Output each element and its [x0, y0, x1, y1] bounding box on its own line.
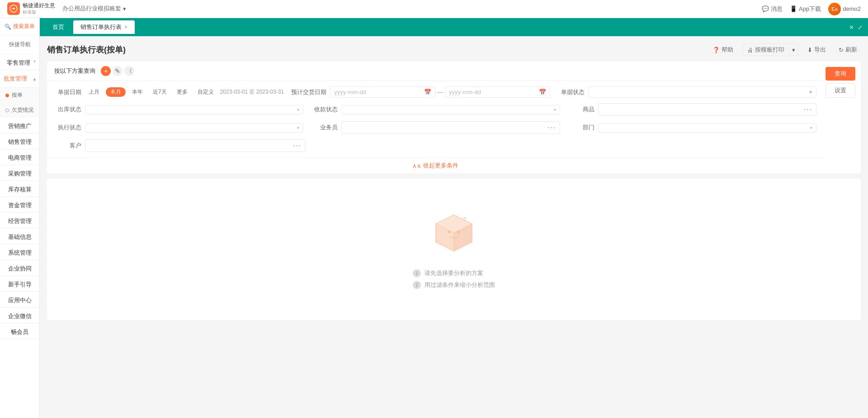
print-icon: 🖨	[747, 47, 753, 53]
wholesale-label: 批发管理	[4, 75, 27, 83]
query-btn[interactable]: 查询	[826, 67, 855, 81]
empty-step-2: 2 用过滤条件来缩小分析范围	[413, 281, 495, 289]
collapse-more-label: 收起更多条件	[423, 162, 458, 170]
date-tab-thismonth[interactable]: 本月	[106, 87, 126, 97]
user-menu[interactable]: Ea demo2	[828, 3, 861, 15]
sidebar-sub-item-order[interactable]: 按单	[0, 88, 39, 103]
step-2-num: 2	[413, 281, 421, 289]
sidebar-item-enterprise[interactable]: 企业协同	[0, 260, 39, 276]
refresh-icon: ↻	[839, 47, 844, 53]
filter-content: 按以下方案查询 + ✎ 《	[47, 62, 861, 173]
date-tab-lastmonth[interactable]: 上月	[85, 87, 103, 97]
dept-label: 部门	[567, 124, 594, 132]
date-tab-7days[interactable]: 近7天	[149, 87, 170, 97]
date-label: 单据日期	[54, 88, 81, 96]
payment-select[interactable]: ▾	[341, 105, 560, 114]
scheme-edit-btn[interactable]: ✎	[113, 66, 123, 76]
scheme-add-btn[interactable]: +	[101, 66, 111, 76]
sidebar-item-purchase[interactable]: 采购管理	[0, 165, 39, 181]
date-end-placeholder: yyyy-mm-dd	[449, 89, 481, 95]
status-select[interactable]: ▾	[588, 86, 816, 98]
tab-sales-exec[interactable]: 销售订单执行表 ×	[73, 20, 135, 34]
tab-home[interactable]: 首页	[45, 20, 71, 34]
print-main[interactable]: 🖨 按模板打印	[743, 44, 789, 56]
help-btn[interactable]: ❓ 帮助	[709, 44, 737, 56]
order-label: 按单	[12, 91, 23, 99]
page-header: 销售订单执行表(按单) ❓ 帮助 🖨 按模板打印 ▾ ⬇	[47, 43, 861, 56]
sidebar-item-basic[interactable]: 基础信息	[0, 228, 39, 244]
sidebar-sub-item-debt[interactable]: 欠货情况	[0, 103, 39, 118]
sidebar-item-ecommerce[interactable]: 电商管理	[0, 149, 39, 165]
sidebar-item-apps[interactable]: 应用中心	[0, 292, 39, 308]
window-close-btn[interactable]: ✕	[849, 24, 854, 31]
customer-input[interactable]: ···	[85, 139, 306, 152]
date-tab-more[interactable]: 更多	[173, 87, 191, 97]
logo-text: 畅捷通好生意	[23, 2, 55, 9]
delivery-chevron-icon: ▾	[297, 107, 299, 112]
filter-row-3: 执行状态 ▾ 业务员	[54, 121, 816, 134]
query-settings-col: 查询 设置	[824, 62, 861, 173]
sidebar-item-quicknav[interactable]: 快捷导航	[0, 35, 39, 54]
exec-select[interactable]: ▾	[85, 123, 303, 133]
step-1-text: 请先选择要分析的方案	[425, 269, 483, 277]
sidebar-item-finance[interactable]: 资金管理	[0, 197, 39, 213]
date-start-input[interactable]: yyyy-mm-dd 📅	[330, 86, 435, 98]
sidebar-item-operation[interactable]: 经营管理	[0, 213, 39, 228]
filter-salesman: 业务员 ···	[311, 121, 560, 134]
goods-label: 商品	[567, 105, 594, 114]
dept-select[interactable]: ▾	[598, 123, 816, 133]
active-tab-label: 销售订单执行表	[80, 23, 122, 31]
delivery-select[interactable]: ▾	[85, 105, 303, 114]
sidebar-item-newbie[interactable]: 新手引导	[0, 276, 39, 292]
refresh-label: 刷新	[845, 46, 857, 54]
sidebar-item-system[interactable]: 系统管理	[0, 244, 39, 260]
salesman-input[interactable]: ···	[341, 121, 560, 134]
sidebar-item-sales[interactable]: 销售管理	[0, 133, 39, 149]
sidebar-sub-wholesale: 按单 欠货情况	[0, 88, 39, 118]
date-tab-thisyear[interactable]: 本年	[128, 87, 146, 97]
empty-state: ? 1 请先选择要分析的方案 2 用过滤条件来缩小分析范围	[47, 179, 861, 320]
date-tab-custom[interactable]: 自定义	[194, 87, 217, 97]
logo-icon	[7, 2, 20, 15]
window-max-btn[interactable]: ⤢	[858, 24, 863, 31]
print-arrow-icon[interactable]: ▾	[789, 45, 798, 55]
sidebar-item-search[interactable]: 🔍 搜索菜单	[0, 18, 39, 35]
refresh-btn[interactable]: ↻ 刷新	[835, 44, 861, 56]
sidebar-item-retail[interactable]: 零售管理 ▾	[0, 54, 39, 70]
sidebar-item-wholesale[interactable]: 批发管理 ▴	[0, 70, 39, 88]
filter-body: 单据日期 上月 本月 本年 近7天 更多 自定义 2023-03-01 至 20…	[47, 81, 824, 157]
exec-chevron-icon: ▾	[297, 125, 299, 130]
scheme-collapse-btn[interactable]: 《	[124, 66, 134, 76]
filter-goods: 商品 ···	[567, 103, 816, 116]
calendar-end-icon: 📅	[539, 89, 546, 95]
export-btn[interactable]: ⬇ 导出	[804, 44, 830, 56]
sidebar-item-inventory[interactable]: 库存核算	[0, 181, 39, 197]
tab-close-icon[interactable]: ×	[124, 24, 127, 30]
breadcrumb-selector[interactable]: 办公用品行业模拟账套 ▾	[59, 3, 130, 14]
goods-input[interactable]: ···	[598, 103, 816, 116]
date-tabs: 上月 本月 本年 近7天 更多 自定义 2023-03-01 至 2023-03…	[85, 87, 284, 97]
status-chevron-icon: ▾	[809, 89, 812, 95]
date-input-group: yyyy-mm-dd 📅 — yyyy-mm-dd 📅	[330, 86, 550, 98]
goods-dots-icon: ···	[804, 105, 812, 114]
print-btn[interactable]: 🖨 按模板打印 ▾	[742, 43, 798, 56]
main-layout: 🔍 搜索菜单 快捷导航 零售管理 ▾ 批发管理 ▴ 按单 欠货情况 营销推广 销…	[0, 18, 868, 418]
debt-label: 欠货情况	[12, 106, 33, 114]
page-actions: ❓ 帮助 🖨 按模板打印 ▾ ⬇ 导出	[709, 43, 861, 56]
collapse-more-btn[interactable]: ∧∧ 收起更多条件	[51, 162, 820, 170]
message-btn[interactable]: 💬 消息	[762, 5, 783, 13]
date-end-input[interactable]: yyyy-mm-dd 📅	[445, 86, 550, 98]
empty-illustration: ?	[427, 206, 481, 260]
filter-row-1: 单据日期 上月 本月 本年 近7天 更多 自定义 2023-03-01 至 20…	[54, 86, 816, 98]
sidebar-item-member[interactable]: 畅会员	[0, 323, 39, 339]
empty-step-1: 1 请先选择要分析的方案	[413, 269, 495, 277]
app-download-btn[interactable]: 📱 App下载	[790, 5, 821, 13]
sidebar-item-wechat[interactable]: 企业微信	[0, 308, 39, 323]
retail-label: 零售管理	[7, 59, 30, 66]
filter-header: 按以下方案查询 + ✎ 《	[47, 62, 824, 81]
filter-panel: 按以下方案查询 + ✎ 《	[47, 62, 861, 173]
message-icon: 💬	[762, 5, 769, 12]
help-icon: ❓	[712, 47, 720, 53]
settings-btn[interactable]: 设置	[826, 83, 855, 98]
sidebar-item-marketing[interactable]: 营销推广	[0, 118, 39, 133]
